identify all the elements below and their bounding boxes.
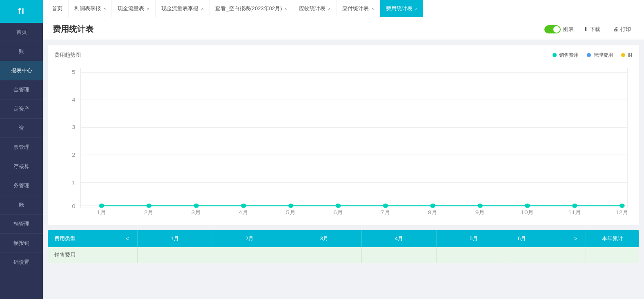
download-button[interactable]: ⬇ 下载: [580, 24, 604, 35]
sidebar-item-settings[interactable]: 础设置: [0, 253, 43, 272]
table-section: 费用类型 < 1月 2月 3月 4月 5月 6月 > 本年累计 销售费用: [48, 230, 639, 263]
svg-point-33: [477, 204, 483, 208]
tab-close-blank-report[interactable]: ×: [285, 6, 287, 11]
chart-section: 费用趋势图 销售费用 管理费用 财: [48, 45, 639, 225]
table-header-m2: 2月: [212, 230, 287, 247]
table-header-row: 费用类型 < 1月 2月 3月 4月 5月 6月 > 本年累计: [48, 230, 639, 247]
download-icon: ⬇: [584, 26, 588, 32]
tab-cashflow-quarterly[interactable]: 现金流量表季报 ×: [156, 0, 209, 17]
tab-close-payable[interactable]: ×: [371, 6, 374, 11]
tab-home[interactable]: 首页: [46, 0, 69, 17]
svg-point-28: [241, 204, 246, 208]
sidebar-item-expense[interactable]: 畅报销: [0, 234, 43, 253]
table-cell-ytd: [586, 247, 639, 263]
svg-point-27: [194, 204, 199, 208]
svg-text:1: 1: [72, 179, 76, 185]
chart-area: 5 4 3 2 1 0 1月 2月: [54, 64, 633, 219]
table-header-m4: 4月: [362, 230, 437, 247]
tab-close-receivable[interactable]: ×: [328, 6, 330, 11]
sidebar: fi 首页 账 报表中心 金管理 定资产 资 票管理 存核算 务管理 账 档管理…: [0, 0, 43, 299]
svg-rect-12: [80, 68, 627, 208]
table-row: 销售费用: [48, 247, 639, 263]
tab-blank-report[interactable]: 查看_空白报表(2023年02月) ×: [209, 0, 293, 17]
legend-sales: 销售费用: [553, 52, 579, 59]
toggle-track[interactable]: [544, 25, 561, 33]
sidebar-item-archive[interactable]: 档管理: [0, 215, 43, 234]
tab-close-expense-stats[interactable]: ×: [415, 6, 417, 11]
sidebar-item-invoice[interactable]: 票管理: [0, 138, 43, 157]
tab-close-profit-quarterly[interactable]: ×: [103, 6, 106, 11]
tab-bar: 首页 利润表季报 × 现金流量表 × 现金流量表季报 × 查看_空白报表(202…: [43, 0, 644, 17]
legend-label-sales: 销售费用: [559, 52, 579, 59]
sidebar-logo: fi: [0, 0, 43, 23]
table-cell-type: 销售费用: [48, 247, 138, 263]
table-cell-m5: [437, 247, 511, 263]
table-header-m3: 3月: [287, 230, 362, 247]
page-header: 费用统计表 图表 ⬇ 下载 🖨 打印: [43, 17, 644, 40]
chart-title: 费用趋势图: [54, 51, 81, 59]
sidebar-item-fund[interactable]: 金管理: [0, 80, 43, 100]
header-actions: 图表 ⬇ 下载 🖨 打印: [544, 24, 634, 35]
tab-cashflow[interactable]: 现金流量表 ×: [112, 0, 155, 17]
tab-close-cashflow-quarterly[interactable]: ×: [201, 6, 203, 11]
sidebar-item-ledger[interactable]: 账: [0, 195, 43, 215]
sidebar-item-inventory[interactable]: 存核算: [0, 157, 43, 176]
content-area: 费用统计表 图表 ⬇ 下载 🖨 打印: [43, 17, 644, 299]
table-header-type: 费用类型 <: [48, 230, 138, 247]
chart-legend: 销售费用 管理费用 财: [553, 52, 633, 59]
svg-point-31: [383, 204, 388, 208]
svg-point-32: [430, 204, 435, 208]
svg-text:5: 5: [72, 69, 76, 75]
table-header-m1: 1月: [138, 230, 212, 247]
sidebar-item-home[interactable]: 首页: [0, 23, 43, 42]
table-cell-m1: [138, 247, 212, 263]
chart-header: 费用趋势图 销售费用 管理费用 财: [54, 51, 633, 59]
tab-payable[interactable]: 应付统计表 ×: [336, 0, 380, 17]
table-cell-m4: [362, 247, 437, 263]
svg-text:3月: 3月: [192, 210, 201, 215]
svg-text:7月: 7月: [381, 210, 390, 215]
svg-text:11月: 11月: [568, 210, 581, 215]
svg-point-34: [525, 204, 530, 208]
toggle-thumb: [553, 26, 560, 33]
svg-point-30: [336, 204, 341, 208]
page-title: 费用统计表: [53, 24, 94, 35]
next-month-button[interactable]: >: [573, 235, 579, 242]
svg-text:0: 0: [72, 203, 76, 209]
svg-point-25: [99, 204, 104, 208]
legend-dot-admin: [587, 53, 591, 57]
svg-text:4: 4: [72, 97, 76, 102]
print-button[interactable]: 🖨 打印: [610, 24, 634, 35]
tab-receivable[interactable]: 应收统计表 ×: [293, 0, 336, 17]
legend-dot-sales: [553, 53, 557, 57]
tab-expense-stats[interactable]: 费用统计表 ×: [380, 0, 423, 17]
sidebar-item-service[interactable]: 务管理: [0, 176, 43, 195]
legend-admin: 管理费用: [587, 52, 613, 59]
sidebar-item-capital[interactable]: 资: [0, 119, 43, 138]
svg-text:9月: 9月: [475, 210, 485, 215]
table-cell-m3: [287, 247, 362, 263]
table-cell-m2: [212, 247, 287, 263]
prev-month-button[interactable]: <: [124, 235, 131, 242]
svg-text:8月: 8月: [428, 210, 438, 215]
svg-text:10月: 10月: [521, 210, 534, 215]
legend-dot-finance: [621, 53, 625, 57]
sidebar-item-reports[interactable]: 报表中心: [0, 61, 43, 80]
sidebar-item-assets[interactable]: 定资产: [0, 100, 43, 119]
svg-point-26: [146, 204, 152, 208]
svg-point-36: [619, 204, 625, 208]
svg-text:2月: 2月: [144, 210, 154, 215]
tab-profit-quarterly[interactable]: 利润表季报 ×: [69, 0, 112, 17]
svg-point-35: [572, 204, 577, 208]
svg-point-29: [288, 204, 294, 208]
table-header-m6: 6月 >: [511, 230, 586, 247]
main-area: 首页 利润表季报 × 现金流量表 × 现金流量表季报 × 查看_空白报表(202…: [43, 0, 644, 299]
svg-text:2: 2: [72, 152, 76, 157]
tab-close-cashflow[interactable]: ×: [147, 6, 149, 11]
table-header-ytd: 本年累计: [586, 230, 639, 247]
svg-text:5月: 5月: [286, 210, 296, 215]
chart-toggle[interactable]: 图表: [544, 25, 574, 33]
sidebar-item-account[interactable]: 账: [0, 42, 43, 61]
legend-label-finance: 财: [628, 52, 633, 59]
svg-text:4月: 4月: [238, 210, 248, 215]
